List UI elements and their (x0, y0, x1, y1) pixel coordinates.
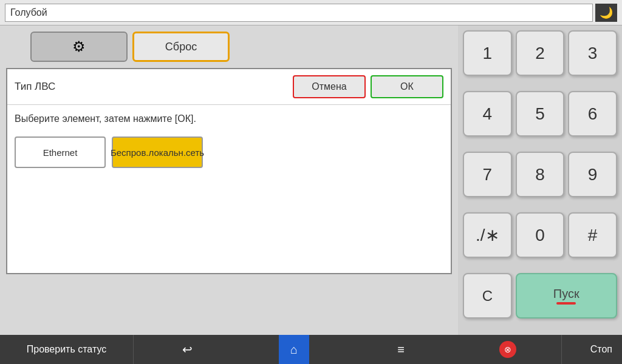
status-button[interactable]: Проверить статус (0, 335, 134, 364)
dialog-title: Тип ЛВС (15, 81, 293, 93)
num-btn-0[interactable]: 0 (516, 212, 565, 258)
stop-button[interactable]: Стоп (561, 335, 622, 364)
num-btn-5[interactable]: 5 (516, 91, 565, 136)
numpad: 1 2 3 4 5 6 7 8 9 ./∗ 0 # C Пуск (458, 25, 622, 335)
dialog-header: Тип ЛВС Отмена ОК (7, 69, 451, 105)
circle-button[interactable]: ⊗ (493, 335, 523, 364)
moon-button[interactable]: 🌙 (595, 4, 617, 22)
ok-button[interactable]: ОК (371, 75, 443, 98)
option-wireless[interactable]: Беспров.локальн.сеть (112, 136, 203, 168)
top-bar-input[interactable] (5, 4, 593, 22)
home-button[interactable]: ⌂ (279, 335, 309, 364)
num-btn-8[interactable]: 8 (516, 152, 565, 197)
settings-button[interactable]: ⚙ (30, 32, 128, 62)
toolbar-row: ⚙ Сброс (6, 32, 452, 62)
num-btn-3[interactable]: 3 (568, 30, 617, 76)
gear-icon: ⚙ (72, 38, 86, 55)
menu-icon: ≡ (397, 343, 405, 357)
start-underline (556, 302, 576, 305)
num-btn-2[interactable]: 2 (516, 30, 565, 76)
num-btn-hash[interactable]: # (568, 212, 617, 258)
dialog-options: Ethernet Беспров.локальн.сеть (7, 130, 451, 174)
menu-button[interactable]: ≡ (386, 335, 416, 364)
bottom-nav: ↩ ⌂ ≡ ⊗ (134, 335, 561, 364)
left-panel: ⚙ Сброс Тип ЛВС Отмена ОК Выберите элеме… (0, 25, 458, 335)
reset-button[interactable]: Сброс (132, 32, 230, 62)
num-btn-slash-star[interactable]: ./∗ (463, 212, 512, 258)
num-btn-9[interactable]: 9 (568, 152, 617, 197)
circle-icon: ⊗ (499, 341, 516, 358)
bottom-bar: Проверить статус ↩ ⌂ ≡ ⊗ Стоп (0, 335, 622, 364)
dialog-box: Тип ЛВС Отмена ОК Выберите элемент, зате… (6, 68, 452, 274)
num-btn-4[interactable]: 4 (463, 91, 512, 136)
home-icon: ⌂ (290, 343, 298, 357)
main-area: ⚙ Сброс Тип ЛВС Отмена ОК Выберите элеме… (0, 25, 622, 335)
back-icon: ↩ (182, 342, 193, 357)
reset-label: Сброс (165, 41, 197, 53)
start-button[interactable]: Пуск (516, 273, 617, 318)
dialog-instruction: Выберите элемент, затем нажмите [ОК]. (7, 105, 451, 130)
back-button[interactable]: ↩ (172, 335, 202, 364)
status-label: Проверить статус (27, 344, 106, 355)
clear-button[interactable]: C (463, 273, 512, 318)
cancel-button[interactable]: Отмена (293, 75, 366, 98)
stop-label: Стоп (590, 344, 612, 355)
option-ethernet[interactable]: Ethernet (15, 136, 106, 168)
num-btn-7[interactable]: 7 (463, 152, 512, 197)
moon-icon: 🌙 (600, 6, 613, 19)
num-btn-1[interactable]: 1 (463, 30, 512, 76)
num-btn-6[interactable]: 6 (568, 91, 617, 136)
top-bar: 🌙 (0, 0, 622, 25)
